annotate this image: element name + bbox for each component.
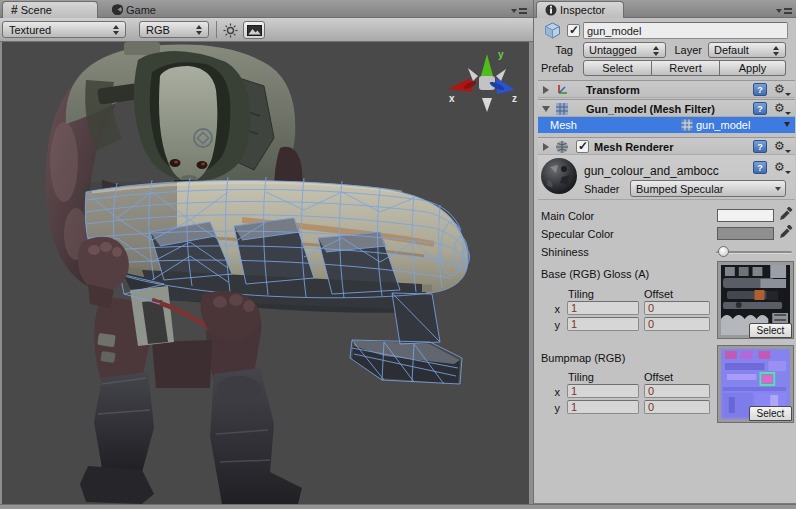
- mesh-value: gun_model: [696, 119, 750, 131]
- window-bottom-border: [0, 504, 796, 509]
- scene-viewport[interactable]: x y z: [2, 42, 529, 504]
- base-offset-header: Offset: [644, 288, 673, 300]
- render-overlay-toggle[interactable]: [243, 21, 265, 39]
- bump-offset-x-input[interactable]: [644, 384, 710, 398]
- help-icon[interactable]: ?: [753, 102, 767, 115]
- layer-label: Layer: [668, 44, 702, 56]
- mesh-renderer-header[interactable]: Mesh Renderer ? ⚙: [538, 137, 795, 155]
- inspector-panel-menu-icon[interactable]: [776, 7, 792, 15]
- scene-3d-render: x y z: [2, 42, 529, 504]
- gizmo-x-label[interactable]: x: [449, 93, 455, 104]
- draw-mode-dropdown[interactable]: Textured: [2, 21, 126, 38]
- help-icon[interactable]: ?: [753, 140, 767, 153]
- mesh-filter-header[interactable]: Gun_model (Mesh Filter) ? ⚙: [538, 99, 795, 117]
- base-offset-x-input[interactable]: [644, 301, 710, 315]
- base-texture-select-button[interactable]: Select: [749, 323, 792, 338]
- main-color-swatch[interactable]: [717, 209, 774, 222]
- mesh-renderer-icon: [555, 140, 569, 154]
- base-x-label: x: [546, 303, 560, 315]
- foldout-arrow-icon[interactable]: [543, 86, 549, 94]
- gear-icon[interactable]: ⚙: [774, 102, 790, 116]
- inspector-tabstrip: Inspector: [534, 0, 796, 18]
- object-name-input[interactable]: [583, 22, 788, 39]
- bump-tiling-x-input[interactable]: [567, 384, 639, 398]
- base-tiling-x-input[interactable]: [567, 301, 639, 315]
- game-icon: [112, 4, 123, 15]
- layer-dropdown[interactable]: Default: [708, 42, 786, 58]
- tab-game-label: Game: [126, 4, 156, 16]
- specular-color-label: Specular Color: [541, 228, 614, 240]
- scene-panel: # Scene Game Textured RGB: [0, 0, 533, 509]
- gizmo-y-label[interactable]: y: [498, 49, 504, 60]
- color-mode-value: RGB: [146, 24, 170, 36]
- updown-arrows-icon: [196, 25, 203, 35]
- updown-arrows-icon: [773, 46, 780, 56]
- mesh-label: Mesh: [550, 119, 577, 131]
- transform-icon: [555, 83, 569, 97]
- shader-label: Shader: [584, 183, 619, 195]
- toolbar-separator: [216, 21, 217, 38]
- scene-icon: #: [11, 3, 18, 17]
- scene-panel-menu-icon[interactable]: [511, 7, 527, 15]
- scene-lighting-toggle[interactable]: [221, 21, 240, 39]
- updown-arrows-icon: [653, 46, 660, 56]
- tab-game[interactable]: Game: [104, 1, 164, 18]
- renderer-enabled-checkbox[interactable]: [576, 140, 589, 153]
- tag-value: Untagged: [589, 44, 637, 56]
- prefab-select-button[interactable]: Select: [583, 60, 652, 76]
- bump-y-label: y: [546, 402, 560, 414]
- mesh-value-icon: [681, 119, 693, 131]
- color-mode-dropdown[interactable]: RGB: [139, 21, 209, 38]
- scene-tabstrip: # Scene Game: [0, 0, 533, 18]
- inspector-panel: Inspector Tag Untagged Layer Default Pre…: [533, 0, 796, 509]
- eyedropper-icon[interactable]: [779, 225, 793, 239]
- scene-toolbar: Textured RGB: [0, 18, 533, 42]
- bump-offset-y-input[interactable]: [644, 400, 710, 414]
- gizmo-z-label[interactable]: z: [512, 93, 517, 104]
- updown-arrows-icon: [113, 25, 120, 35]
- foldout-arrow-icon[interactable]: [542, 106, 550, 112]
- tab-scene-label: Scene: [21, 4, 52, 16]
- transform-header[interactable]: Transform ? ⚙: [538, 80, 795, 98]
- mesh-renderer-title: Mesh Renderer: [594, 141, 673, 153]
- shader-value: Bumped Specular: [636, 183, 723, 195]
- bump-offset-header: Offset: [644, 371, 673, 383]
- base-tiling-y-input[interactable]: [567, 317, 639, 331]
- sun-icon: [223, 23, 238, 38]
- tab-inspector[interactable]: Inspector: [536, 1, 624, 18]
- prefab-apply-button[interactable]: Apply: [720, 60, 786, 76]
- bump-texture-label: Bumpmap (RGB): [541, 352, 625, 364]
- tab-scene[interactable]: # Scene: [2, 1, 98, 18]
- specular-color-swatch[interactable]: [717, 227, 774, 240]
- draw-mode-value: Textured: [9, 24, 51, 36]
- help-icon[interactable]: ?: [753, 83, 767, 96]
- inspector-icon: [545, 4, 557, 16]
- shininess-slider-knob[interactable]: [718, 246, 729, 257]
- gear-icon[interactable]: ⚙: [774, 140, 790, 154]
- gear-icon[interactable]: ⚙: [774, 161, 790, 175]
- gear-icon[interactable]: ⚙: [774, 83, 790, 97]
- mesh-property-row[interactable]: Mesh gun_model: [538, 117, 795, 133]
- prefab-revert-button[interactable]: Revert: [652, 60, 720, 76]
- bump-tiling-header: Tiling: [568, 371, 594, 383]
- base-tiling-header: Tiling: [568, 288, 594, 300]
- bump-texture-select-button[interactable]: Select: [749, 406, 792, 421]
- prefab-label: Prefab: [541, 62, 573, 74]
- eyedropper-icon[interactable]: [779, 207, 793, 221]
- object-picker-icon[interactable]: [784, 122, 790, 127]
- foldout-arrow-icon[interactable]: [543, 143, 549, 151]
- tag-dropdown[interactable]: Untagged: [583, 42, 666, 58]
- base-y-label: y: [546, 319, 560, 331]
- material-name: gun_colour_and_ambocc: [584, 164, 719, 178]
- base-offset-y-input[interactable]: [644, 317, 710, 331]
- tag-label: Tag: [548, 44, 573, 56]
- bump-x-label: x: [546, 386, 560, 398]
- material-preview-sphere[interactable]: [540, 157, 578, 195]
- image-icon: [247, 25, 262, 36]
- help-icon[interactable]: ?: [753, 161, 767, 174]
- active-checkbox[interactable]: [567, 24, 580, 37]
- bump-tiling-y-input[interactable]: [567, 400, 639, 414]
- transform-title: Transform: [586, 84, 640, 96]
- shader-dropdown[interactable]: Bumped Specular: [630, 180, 786, 197]
- main-color-label: Main Color: [541, 210, 594, 222]
